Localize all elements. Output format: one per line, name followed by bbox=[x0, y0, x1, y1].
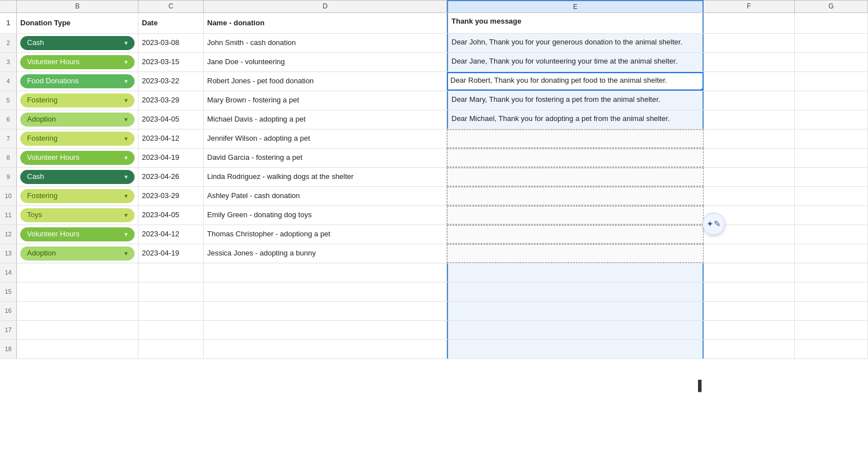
donation-type-cell[interactable] bbox=[17, 263, 138, 282]
col-header-c[interactable]: C bbox=[138, 0, 204, 12]
message-cell[interactable]: Dear Robert, Thank you for donating pet … bbox=[447, 72, 704, 91]
message-cell[interactable]: Dear Mary, Thank you for fostering a pet… bbox=[447, 91, 704, 110]
donation-type-cell[interactable]: Adoption▼ bbox=[17, 244, 138, 263]
date-cell[interactable] bbox=[138, 321, 204, 339]
message-cell[interactable] bbox=[447, 187, 704, 205]
name-cell[interactable] bbox=[204, 340, 447, 358]
date-cell[interactable]: 2023-04-19 bbox=[138, 244, 204, 263]
donation-type-cell[interactable]: Fostering▼ bbox=[17, 187, 138, 205]
g-cell[interactable] bbox=[795, 225, 868, 244]
g-cell[interactable] bbox=[795, 53, 868, 71]
chip-dropdown-arrow[interactable]: ▼ bbox=[123, 39, 129, 47]
name-cell[interactable]: Jennifer Wilson - adopting a pet bbox=[204, 129, 447, 148]
donation-type-cell[interactable]: Fostering▼ bbox=[17, 129, 138, 148]
f-cell[interactable] bbox=[704, 321, 795, 339]
donation-type-chip[interactable]: Cash▼ bbox=[20, 170, 135, 183]
g-cell[interactable] bbox=[795, 302, 868, 320]
donation-type-chip[interactable]: Volunteer Hours▼ bbox=[20, 227, 135, 241]
donation-type-cell[interactable]: Fostering▼ bbox=[17, 91, 138, 110]
f-cell[interactable] bbox=[704, 149, 795, 167]
g-cell[interactable] bbox=[795, 149, 868, 167]
message-cell[interactable] bbox=[447, 321, 704, 339]
f-cell[interactable] bbox=[704, 282, 795, 301]
chip-dropdown-arrow[interactable]: ▼ bbox=[123, 173, 129, 181]
g-cell[interactable] bbox=[795, 187, 868, 205]
date-cell[interactable]: 2023-03-22 bbox=[138, 72, 204, 91]
date-cell[interactable] bbox=[138, 263, 204, 282]
ai-assistant-button[interactable]: ✦✎ bbox=[703, 213, 725, 235]
message-cell[interactable] bbox=[447, 244, 704, 263]
date-cell[interactable]: 2023-04-05 bbox=[138, 110, 204, 129]
chip-dropdown-arrow[interactable]: ▼ bbox=[123, 59, 129, 66]
donation-type-cell[interactable]: Cash▼ bbox=[17, 168, 138, 186]
message-cell[interactable] bbox=[447, 225, 704, 244]
name-cell[interactable]: Mary Brown - fostering a pet bbox=[204, 91, 447, 110]
message-cell[interactable]: Dear Michael, Thank you for adopting a p… bbox=[447, 110, 704, 129]
f-cell[interactable] bbox=[704, 263, 795, 282]
name-cell[interactable] bbox=[204, 321, 447, 339]
donation-type-cell[interactable]: Toys▼ bbox=[17, 206, 138, 225]
chip-dropdown-arrow[interactable]: ▼ bbox=[123, 192, 129, 200]
message-cell[interactable]: Dear Jane, Thank you for volunteering yo… bbox=[447, 53, 704, 71]
chip-dropdown-arrow[interactable]: ▼ bbox=[123, 250, 129, 258]
name-cell[interactable]: Robert Jones - pet food donation bbox=[204, 72, 447, 91]
date-cell[interactable]: 2023-04-12 bbox=[138, 225, 204, 244]
f-cell[interactable] bbox=[704, 244, 795, 263]
name-cell[interactable]: Emily Green - donating dog toys bbox=[204, 206, 447, 225]
donation-type-chip[interactable]: Fostering▼ bbox=[20, 189, 135, 203]
message-cell[interactable]: Dear John, Thank you for your generous d… bbox=[447, 34, 704, 52]
message-cell[interactable] bbox=[447, 340, 704, 358]
col-header-d[interactable]: D bbox=[204, 0, 447, 12]
f-cell[interactable] bbox=[704, 91, 795, 110]
donation-type-chip[interactable]: Fostering▼ bbox=[20, 93, 135, 107]
g-cell[interactable] bbox=[795, 340, 868, 358]
donation-type-chip[interactable]: Food Donations▼ bbox=[20, 74, 135, 88]
f-cell[interactable] bbox=[704, 168, 795, 186]
g-cell[interactable] bbox=[795, 129, 868, 148]
date-cell[interactable]: 2023-03-29 bbox=[138, 187, 204, 205]
chip-dropdown-arrow[interactable]: ▼ bbox=[123, 135, 129, 143]
donation-type-cell[interactable]: Cash▼ bbox=[17, 34, 138, 52]
name-cell[interactable]: Ashley Patel - cash donation bbox=[204, 187, 447, 205]
f-cell[interactable] bbox=[704, 187, 795, 205]
g-cell[interactable] bbox=[795, 263, 868, 282]
donation-type-cell[interactable] bbox=[17, 282, 138, 301]
g-cell[interactable] bbox=[795, 91, 868, 110]
name-cell[interactable]: Jane Doe - volunteering bbox=[204, 53, 447, 71]
chip-dropdown-arrow[interactable]: ▼ bbox=[123, 97, 129, 105]
donation-type-cell[interactable]: Food Donations▼ bbox=[17, 72, 138, 91]
g-cell[interactable] bbox=[795, 72, 868, 91]
donation-type-chip[interactable]: Fostering▼ bbox=[20, 132, 135, 145]
name-cell[interactable]: Michael Davis - adopting a pet bbox=[204, 110, 447, 129]
g-cell[interactable] bbox=[795, 244, 868, 263]
f-cell[interactable] bbox=[704, 302, 795, 320]
donation-type-cell[interactable] bbox=[17, 340, 138, 358]
donation-type-cell[interactable]: Volunteer Hours▼ bbox=[17, 53, 138, 71]
date-cell[interactable] bbox=[138, 340, 204, 358]
col-header-g[interactable]: G bbox=[795, 0, 868, 12]
g-cell[interactable] bbox=[795, 206, 868, 225]
donation-type-cell[interactable]: Adoption▼ bbox=[17, 110, 138, 129]
date-cell[interactable]: 2023-04-26 bbox=[138, 168, 204, 186]
date-cell[interactable]: 2023-04-19 bbox=[138, 149, 204, 167]
col-header-f[interactable]: F bbox=[704, 0, 795, 12]
chip-dropdown-arrow[interactable]: ▼ bbox=[123, 154, 129, 162]
donation-type-cell[interactable]: Volunteer Hours▼ bbox=[17, 225, 138, 244]
g-cell[interactable] bbox=[795, 110, 868, 129]
donation-type-chip[interactable]: Cash▼ bbox=[20, 36, 135, 50]
f-cell[interactable] bbox=[704, 72, 795, 91]
donation-type-cell[interactable] bbox=[17, 321, 138, 339]
g-cell[interactable] bbox=[795, 282, 868, 301]
message-cell[interactable] bbox=[447, 168, 704, 186]
donation-type-chip[interactable]: Adoption▼ bbox=[20, 113, 135, 126]
date-cell[interactable]: 2023-03-08 bbox=[138, 34, 204, 52]
g-cell[interactable] bbox=[795, 321, 868, 339]
g-cell[interactable] bbox=[795, 168, 868, 186]
f-cell[interactable] bbox=[704, 129, 795, 148]
donation-type-cell[interactable] bbox=[17, 302, 138, 320]
chip-dropdown-arrow[interactable]: ▼ bbox=[123, 78, 129, 86]
name-cell[interactable]: John Smith - cash donation bbox=[204, 34, 447, 52]
chip-dropdown-arrow[interactable]: ▼ bbox=[123, 231, 129, 239]
f-cell[interactable] bbox=[704, 53, 795, 71]
date-cell[interactable] bbox=[138, 282, 204, 301]
